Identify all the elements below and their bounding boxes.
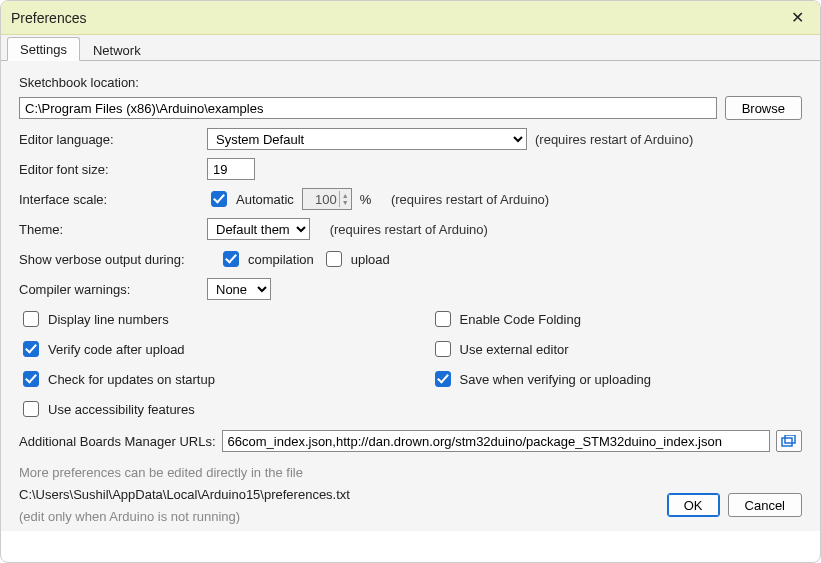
restart-hint-3: (requires restart of Arduino) xyxy=(330,222,488,237)
windows-icon xyxy=(781,435,797,447)
browse-button[interactable]: Browse xyxy=(725,96,802,120)
restart-hint-1: (requires restart of Arduino) xyxy=(535,132,693,147)
additional-urls-input[interactable] xyxy=(222,430,770,452)
interface-scale-value xyxy=(303,190,339,208)
save-when-verifying-label: Save when verifying or uploading xyxy=(460,372,652,387)
tab-settings[interactable]: Settings xyxy=(7,37,80,61)
use-external-editor-label: Use external editor xyxy=(460,342,569,357)
editor-font-size-input[interactable] xyxy=(207,158,255,180)
automatic-label: Automatic xyxy=(236,192,294,207)
verify-after-upload-label: Verify code after upload xyxy=(48,342,185,357)
enable-code-folding-label: Enable Code Folding xyxy=(460,312,581,327)
titlebar: Preferences ✕ xyxy=(1,1,820,35)
compilation-checkbox[interactable] xyxy=(223,251,239,267)
tabbar: Settings Network xyxy=(1,35,820,61)
svg-rect-1 xyxy=(785,435,795,443)
display-line-numbers-checkbox[interactable] xyxy=(23,311,39,327)
upload-checkbox[interactable] xyxy=(326,251,342,267)
verbose-label: Show verbose output during: xyxy=(19,252,211,267)
close-icon[interactable]: ✕ xyxy=(785,6,810,29)
compiler-warnings-select[interactable]: None xyxy=(207,278,271,300)
editor-language-label: Editor language: xyxy=(19,132,199,147)
svg-rect-0 xyxy=(782,438,792,446)
sketchbook-location-input[interactable] xyxy=(19,97,717,119)
editor-font-size-label: Editor font size: xyxy=(19,162,199,177)
cancel-button[interactable]: Cancel xyxy=(728,493,802,517)
theme-select[interactable]: Default theme xyxy=(207,218,310,240)
editor-language-select[interactable]: System Default xyxy=(207,128,527,150)
display-line-numbers-label: Display line numbers xyxy=(48,312,169,327)
expand-urls-button[interactable] xyxy=(776,430,802,452)
use-accessibility-checkbox[interactable] xyxy=(23,401,39,417)
use-external-editor-checkbox[interactable] xyxy=(435,341,451,357)
tab-network[interactable]: Network xyxy=(80,38,154,61)
percent-label: % xyxy=(360,192,372,207)
restart-hint-2: (requires restart of Arduino) xyxy=(391,192,549,207)
automatic-checkbox[interactable] xyxy=(211,191,227,207)
sketchbook-label: Sketchbook location: xyxy=(19,75,802,90)
compiler-warnings-label: Compiler warnings: xyxy=(19,282,199,297)
theme-label: Theme: xyxy=(19,222,199,237)
check-updates-checkbox[interactable] xyxy=(23,371,39,387)
check-updates-label: Check for updates on startup xyxy=(48,372,215,387)
settings-panel: Sketchbook location: Browse Editor langu… xyxy=(1,61,820,531)
more-prefs-hint: More preferences can be edited directly … xyxy=(19,462,802,484)
upload-label: upload xyxy=(351,252,390,267)
enable-code-folding-checkbox[interactable] xyxy=(435,311,451,327)
use-accessibility-label: Use accessibility features xyxy=(48,402,195,417)
ok-button[interactable]: OK xyxy=(667,493,720,517)
window-title: Preferences xyxy=(11,10,86,26)
additional-urls-label: Additional Boards Manager URLs: xyxy=(19,434,216,449)
compilation-label: compilation xyxy=(248,252,314,267)
stepper-arrows-icon[interactable]: ▲▼ xyxy=(339,191,351,207)
interface-scale-stepper[interactable]: ▲▼ xyxy=(302,188,352,210)
save-when-verifying-checkbox[interactable] xyxy=(435,371,451,387)
verify-after-upload-checkbox[interactable] xyxy=(23,341,39,357)
interface-scale-label: Interface scale: xyxy=(19,192,199,207)
